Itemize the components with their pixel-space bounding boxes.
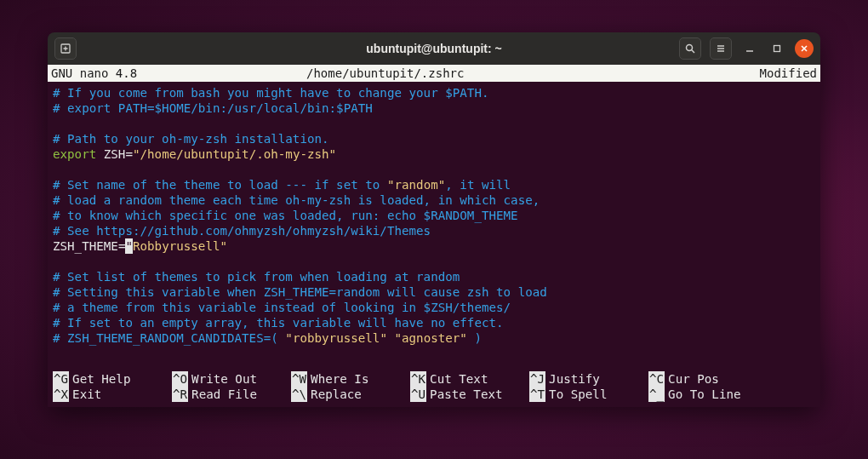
editor-line: # ZSH_THEME_RANDOM_CANDIDATES=(: [53, 331, 285, 345]
help-key: ^T: [529, 387, 545, 402]
token-var: ZSH_THEME: [53, 239, 118, 253]
help-cur-pos[interactable]: ^CCur Pos: [648, 371, 768, 387]
nano-modified-status: Modified: [732, 66, 817, 80]
help-label: Go To Line: [668, 387, 740, 402]
help-key: ^R: [172, 387, 188, 402]
help-label: Read File: [191, 387, 257, 402]
help-key: ^G: [53, 371, 69, 387]
help-key: ^J: [529, 371, 545, 387]
token-eq: =: [125, 147, 133, 161]
nano-statusbar: GNU nano 4.8 /home/ubuntupit/.zshrc Modi…: [48, 65, 820, 82]
help-row: ^GGet Help ^OWrite Out ^WWhere Is ^KCut …: [53, 371, 815, 387]
editor-line: ): [467, 331, 482, 345]
editor-line: # Path to your oh-my-zsh installation.: [53, 132, 329, 146]
help-key: ^U: [410, 387, 426, 402]
editor-line: # Set name of the theme to load --- if s…: [53, 178, 387, 192]
help-cut-text[interactable]: ^KCut Text: [410, 371, 529, 387]
help-label: Replace: [311, 387, 362, 402]
new-tab-button[interactable]: [54, 37, 77, 60]
token-string: "robbyrussell" "agnoster": [285, 331, 467, 345]
token-string: Robbyrussell": [133, 239, 227, 253]
help-label: Paste Text: [430, 387, 502, 402]
editor-line: # a theme from this variable instead of …: [53, 301, 511, 314]
editor-line: # If set to an empty array, this variabl…: [53, 316, 504, 330]
help-label: Exit: [72, 387, 101, 402]
help-key: ^_: [648, 387, 665, 402]
help-to-spell[interactable]: ^TTo Spell: [529, 387, 648, 402]
svg-rect-9: [774, 46, 780, 52]
help-where-is[interactable]: ^WWhere Is: [291, 371, 410, 387]
menu-button[interactable]: [710, 37, 732, 60]
help-key: ^W: [291, 371, 307, 387]
editor-line: # If you come from bash you might have t…: [53, 86, 489, 100]
help-key: ^C: [648, 371, 665, 387]
help-label: Get Help: [72, 371, 130, 387]
help-go-to-line[interactable]: ^_Go To Line: [648, 387, 768, 402]
minimize-button[interactable]: [740, 39, 759, 58]
token-keyword: export: [53, 147, 96, 161]
help-exit[interactable]: ^XExit: [53, 387, 172, 402]
nano-app-name: GNU nano 4.8: [51, 66, 289, 80]
help-row: ^XExit ^RRead File ^\Replace ^UPaste Tex…: [53, 387, 815, 402]
editor-area[interactable]: # If you come from bash you might have t…: [48, 82, 820, 371]
cursor: ": [125, 238, 133, 254]
help-key: ^K: [410, 371, 426, 387]
editor-line: , it will: [445, 178, 511, 192]
terminal-window: ubuntupit@ubuntupit: ~: [48, 32, 820, 407]
editor-line: # Setting this variable when ZSH_THEME=r…: [53, 285, 547, 299]
help-get-help[interactable]: ^GGet Help: [53, 371, 172, 387]
help-paste-text[interactable]: ^UPaste Text: [410, 387, 529, 402]
help-key: ^X: [53, 387, 69, 402]
editor-line: # to know which specific one was loaded,…: [53, 209, 518, 222]
editor-line: # load a random theme each time oh-my-zs…: [53, 193, 540, 207]
titlebar: ubuntupit@ubuntupit: ~: [48, 32, 820, 65]
help-label: Cut Text: [430, 371, 488, 387]
token-eq: =: [118, 239, 126, 253]
help-label: Justify: [549, 371, 600, 387]
editor-line: # Set list of themes to pick from when l…: [53, 270, 460, 284]
close-button[interactable]: [795, 39, 814, 58]
help-write-out[interactable]: ^OWrite Out: [172, 371, 291, 387]
help-replace[interactable]: ^\Replace: [291, 387, 410, 402]
help-key: ^\: [291, 387, 307, 402]
maximize-button[interactable]: [768, 39, 786, 58]
search-button[interactable]: [679, 37, 701, 60]
editor-line: # See https://github.com/ohmyzsh/ohmyzsh…: [53, 224, 431, 238]
token-string: "/home/ubuntupit/.oh-my-zsh": [133, 147, 336, 161]
help-read-file[interactable]: ^RRead File: [172, 387, 291, 402]
titlebar-right: [679, 37, 814, 60]
help-label: Write Out: [191, 371, 257, 387]
token-string: "random": [387, 178, 445, 192]
token-var: ZSH: [96, 147, 125, 161]
help-label: Cur Pos: [668, 371, 719, 387]
svg-point-3: [687, 45, 693, 51]
nano-file-path: /home/ubuntupit/.zshrc: [289, 66, 732, 80]
help-key: ^O: [172, 371, 188, 387]
svg-line-4: [692, 50, 694, 53]
editor-line: # export PATH=$HOME/bin:/usr/local/bin:$…: [53, 101, 373, 115]
help-justify[interactable]: ^JJustify: [529, 371, 648, 387]
nano-helpbar: ^GGet Help ^OWrite Out ^WWhere Is ^KCut …: [48, 371, 820, 407]
titlebar-left: [54, 37, 77, 60]
help-label: To Spell: [549, 387, 607, 402]
help-label: Where Is: [311, 371, 368, 387]
